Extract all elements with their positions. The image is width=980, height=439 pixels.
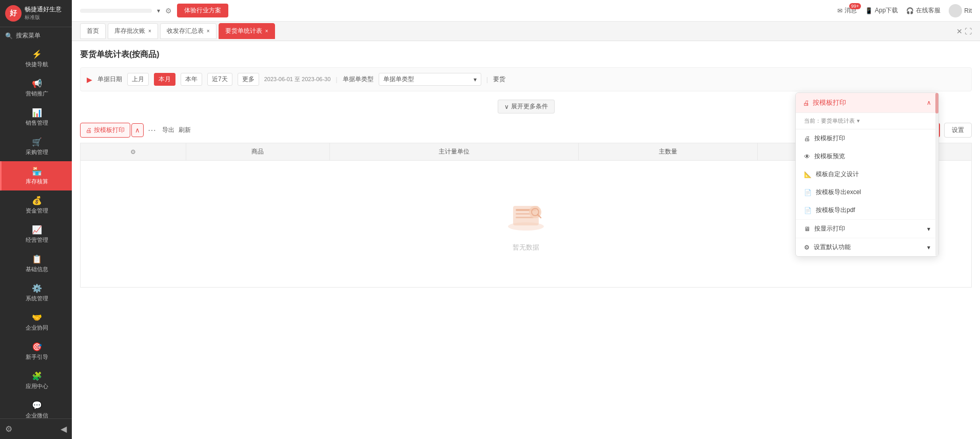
template-print-label: 按模板打印 (814, 134, 845, 143)
date-btn-7days[interactable]: 近7天 (207, 73, 232, 86)
table-col-unit: 主计量单位 (329, 143, 579, 161)
tabbar-buttons: ✕ ⛶ (956, 27, 972, 35)
dropdown-item-template-print[interactable]: 🖨 按模板打印 (796, 129, 938, 147)
topbar-dropdown-icon[interactable]: ▾ (157, 7, 160, 14)
tab-home-label: 首页 (87, 27, 99, 35)
expand-icon: ∨ (504, 103, 509, 110)
sidebar-item-label: 基础信息 (26, 265, 48, 273)
messages-button[interactable]: ✉ 消息 99+ (837, 6, 857, 15)
type-select-chevron: ▾ (474, 76, 477, 83)
tab-inventory-batch-close[interactable]: × (148, 28, 151, 34)
trial-button[interactable]: 体验行业方案 (177, 4, 228, 17)
finance-icon: 💰 (32, 196, 42, 205)
sidebar-item-appstore[interactable]: 🧩 应用中心 (0, 366, 72, 395)
settings-icon[interactable]: ⚙ (5, 424, 12, 434)
default-setting-icon: ⚙ (804, 244, 810, 251)
expand-filters-button[interactable]: ∨ 展开更多条件 (498, 100, 555, 113)
more-actions-icon[interactable]: ⋯ (148, 125, 156, 135)
tab-order-stats[interactable]: 要货单统计表 × (219, 23, 275, 39)
print-chevron-button[interactable]: ∧ (131, 123, 144, 137)
message-icon: ✉ (837, 7, 842, 14)
template-preview-icon: 👁 (804, 153, 810, 160)
phone-icon: 📱 (865, 7, 873, 14)
date-btn-this-year[interactable]: 本年 (181, 73, 202, 86)
sales-icon: 📊 (32, 108, 42, 118)
online-service-button[interactable]: 🎧 在线客服 (906, 6, 940, 15)
refresh-label[interactable]: 刷新 (179, 126, 191, 135)
template-print-icon: 🖨 (804, 135, 810, 142)
date-range-display: 2023-06-01 至 2023-06-30 (264, 75, 331, 83)
sidebar-item-marketing[interactable]: 📢 营销推广 (0, 73, 72, 103)
app-tag: 标准版 (25, 14, 62, 21)
dropdown-item-default-setting[interactable]: ⚙ 设置默认功能 ▾ (796, 238, 938, 256)
filter-expand-arrow[interactable]: ▶ (87, 75, 92, 84)
empty-text: 暂无数据 (513, 243, 539, 252)
user-avatar[interactable]: Rit (949, 4, 972, 17)
sidebar-search[interactable]: 🔍 搜索菜单 (0, 27, 72, 44)
date-btn-more[interactable]: 更多 (238, 73, 259, 86)
sidebar-item-enterprise[interactable]: 🤝 企业协同 (0, 308, 72, 337)
table-col-settings[interactable]: ⚙ (81, 143, 186, 161)
current-label: 当前：要货单统计表 (804, 117, 855, 125)
date-btn-last-month[interactable]: 上月 (127, 73, 149, 86)
topbar-gear-icon[interactable]: ⚙ (165, 7, 172, 15)
sidebar: 好 畅捷通好生意 标准版 🔍 搜索菜单 ⚡ 快捷导航 📢 营销推广 📊 销售管理… (0, 0, 72, 439)
sidebar-item-quick-nav[interactable]: ⚡ 快捷导航 (0, 44, 72, 73)
main-area: ▾ ⚙ 体验行业方案 ✉ 消息 99+ 📱 App下载 🎧 在线客服 Rit (72, 0, 980, 439)
dropdown-item-template-custom[interactable]: 📐 模板自定义设计 (796, 165, 938, 183)
sidebar-item-system[interactable]: ⚙️ 系统管理 (0, 278, 72, 308)
print-dropdown-items: 🖨 按模板打印 👁 按模板预览 📐 模板自定义设计 📄 按模板导出excel 📄 (796, 129, 938, 219)
settings-button[interactable]: 设置 (944, 123, 972, 138)
date-btn-this-month[interactable]: 本月 (154, 73, 175, 86)
dropdown-item-template-preview[interactable]: 👁 按模板预览 (796, 147, 938, 165)
tab-revenue-summary-close[interactable]: × (207, 28, 210, 34)
tab-order-stats-close[interactable]: × (265, 28, 268, 34)
print-dropdown-close-icon[interactable]: ∧ (927, 99, 931, 106)
display-print-icon: 🖥 (804, 225, 810, 233)
tab-home[interactable]: 首页 (80, 23, 106, 39)
dropdown-item-template-excel[interactable]: 📄 按模板导出excel (796, 183, 938, 201)
template-custom-icon: 📐 (804, 171, 812, 178)
sidebar-item-label: 经营管理 (26, 236, 48, 244)
search-icon: 🔍 (5, 32, 13, 40)
app-download-button[interactable]: 📱 App下载 (865, 6, 898, 15)
quick-nav-icon: ⚡ (32, 49, 42, 59)
display-print-arrow: ▾ (927, 225, 930, 233)
dropdown-item-display-print[interactable]: 🖥 按显示打印 ▾ (796, 219, 938, 238)
expand-label: 展开更多条件 (511, 102, 548, 111)
print-icon: 🖨 (86, 127, 92, 134)
tab-revenue-summary[interactable]: 收发存汇总表 × (160, 23, 217, 39)
dropdown-item-template-pdf[interactable]: 📄 按模板导出pdf (796, 201, 938, 219)
tab-order-stats-label: 要货单统计表 (225, 27, 262, 35)
sidebar-item-basic[interactable]: 📋 基础信息 (0, 249, 72, 278)
type-filter-select[interactable]: 单据单类型 ▾ (379, 73, 481, 86)
tab-close-all-button[interactable]: ✕ (956, 27, 963, 35)
print-current-tag: 当前：要货单统计表 ▾ (796, 112, 938, 129)
avatar (949, 4, 962, 17)
table-col-quantity: 主数量 (579, 143, 758, 161)
system-icon: ⚙️ (32, 283, 42, 293)
sidebar-item-label: 库存核算 (26, 178, 48, 185)
sidebar-item-wechat[interactable]: 💬 企业微信 (0, 395, 72, 418)
export-label[interactable]: 导出 (162, 126, 174, 135)
template-custom-label: 模板自定义设计 (816, 170, 859, 179)
print-dropdown-header: 🖨 按模板打印 ∧ (796, 93, 938, 112)
print-template-button[interactable]: 🖨 按模板打印 (80, 123, 130, 138)
sidebar-item-inventory[interactable]: 🏪 库存核算 (0, 161, 72, 190)
topbar-search-box[interactable] (80, 9, 152, 13)
table-settings-icon[interactable]: ⚙ (130, 148, 136, 156)
dropdown-scrollbar-thumb[interactable] (935, 93, 938, 113)
tab-inventory-batch[interactable]: 库存批次账 × (108, 23, 158, 39)
print-dropdown-menu: 🖨 按模板打印 ∧ 当前：要货单统计表 ▾ 🖨 按模板打印 👁 按模板预览 (795, 92, 939, 257)
sidebar-item-sales[interactable]: 📊 销售管理 (0, 103, 72, 132)
sidebar-item-label: 采购管理 (26, 148, 48, 156)
enterprise-icon: 🤝 (32, 313, 42, 322)
sidebar-item-finance[interactable]: 💰 资金管理 (0, 190, 72, 220)
headset-icon: 🎧 (906, 7, 914, 14)
sidebar-item-operation[interactable]: 📈 经营管理 (0, 220, 72, 249)
sidebar-item-guide[interactable]: 🎯 新手引导 (0, 337, 72, 366)
tab-maximize-button[interactable]: ⛶ (965, 27, 972, 35)
collapse-icon[interactable]: ◀ (61, 424, 67, 434)
sidebar-item-purchase[interactable]: 🛒 采购管理 (0, 132, 72, 161)
type-select-placeholder: 单据单类型 (383, 75, 414, 84)
